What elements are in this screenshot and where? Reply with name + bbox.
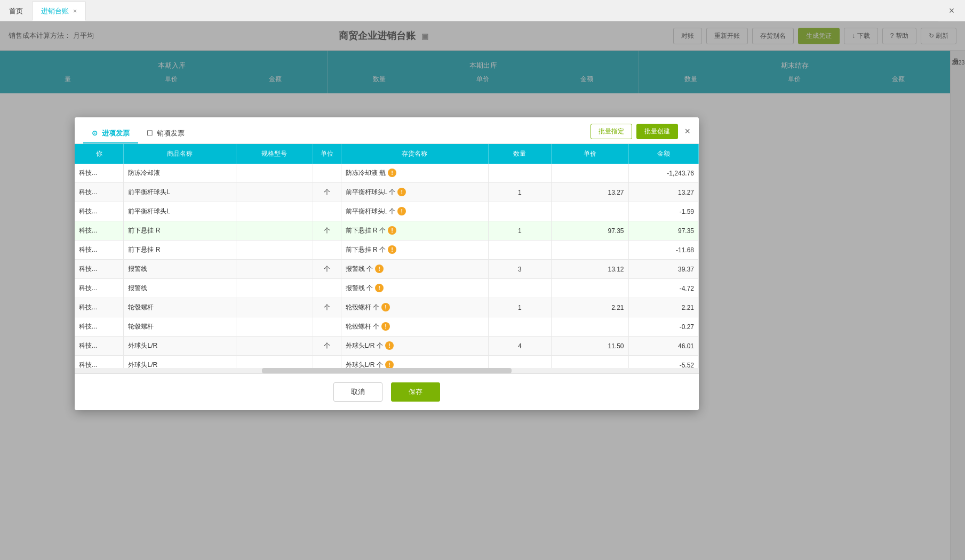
cell-unit: 个 (313, 260, 341, 279)
table-header-row: 你 商品名称 规格型号 单位 存货名称 数量 单价 金额 (75, 144, 699, 164)
modal-close-button[interactable]: × (684, 126, 690, 141)
table-row[interactable]: 科技... 外球头L/R 个 外球头L/R 个! 4 11.50 46.01 (75, 337, 699, 356)
window-close-button[interactable]: × (938, 0, 965, 21)
cell-id: 科技... (75, 298, 124, 317)
cell-qty (488, 202, 551, 221)
col-header-unit: 单位 (313, 144, 341, 164)
cancel-button[interactable]: 取消 (333, 382, 382, 402)
modal-table-wrapper[interactable]: 你 商品名称 规格型号 单位 存货名称 数量 单价 金额 科技... 防冻冷却液… (75, 144, 699, 368)
cell-spec (236, 317, 313, 337)
cell-unit (313, 164, 341, 183)
cell-spec (236, 183, 313, 202)
col-header-spec: 规格型号 (236, 144, 313, 164)
cell-inventory: 报警线 个! (341, 279, 488, 298)
batch-assign-button[interactable]: 批量指定 (591, 124, 632, 139)
tab-home[interactable]: 首页 (0, 2, 32, 21)
cell-name: 外球头L/R (124, 356, 236, 369)
cell-id: 科技... (75, 356, 124, 369)
col-header-name: 商品名称 (124, 144, 236, 164)
col-header-id: 你 (75, 144, 124, 164)
cell-price: 97.35 (551, 221, 628, 241)
cell-qty: 3 (488, 260, 551, 279)
modal-header: ⊙ 进项发票 ☐ 销项发票 批量指定 批量创建 × (75, 117, 699, 144)
cell-unit (313, 241, 341, 260)
cell-qty: 1 (488, 183, 551, 202)
cell-spec (236, 298, 313, 317)
cell-inventory: 前平衡杆球头L 个! (341, 183, 488, 202)
cell-id: 科技... (75, 260, 124, 279)
table-row[interactable]: 科技... 外球头L/R 外球头L/R 个! -5.52 (75, 356, 699, 369)
cell-price: 2.21 (551, 298, 628, 317)
warning-icon: ! (375, 265, 384, 273)
cell-price (551, 279, 628, 298)
warning-icon: ! (388, 245, 396, 254)
tab-close-icon[interactable]: × (73, 7, 77, 15)
cell-unit (313, 202, 341, 221)
warning-icon: ! (385, 341, 394, 350)
cell-price (551, 241, 628, 260)
table-row[interactable]: 科技... 轮毂螺杆 轮毂螺杆 个! -0.27 (75, 317, 699, 337)
tab-ledger-label: 进销台账 (41, 7, 69, 15)
cell-qty (488, 356, 551, 369)
cell-price (551, 164, 628, 183)
cell-qty: 4 (488, 337, 551, 356)
table-row[interactable]: 科技... 前下悬挂 R 个 前下悬挂 R 个! 1 97.35 97.35 (75, 221, 699, 241)
cell-unit (313, 317, 341, 337)
cell-qty (488, 241, 551, 260)
tab-inbound-invoice[interactable]: ⊙ 进项发票 (83, 124, 138, 143)
tab-ledger[interactable]: 进销台账 × (32, 2, 86, 21)
warning-icon: ! (375, 284, 384, 292)
cell-spec (236, 202, 313, 221)
cell-inventory: 前下悬挂 R 个! (341, 221, 488, 241)
cell-name: 前下悬挂 R (124, 221, 236, 241)
table-row[interactable]: 科技... 前下悬挂 R 前下悬挂 R 个! -11.68 (75, 241, 699, 260)
cell-qty: 1 (488, 221, 551, 241)
cell-inventory: 轮毂螺杆 个! (341, 298, 488, 317)
outbound-tab-label: 销项发票 (157, 129, 185, 137)
cell-inventory: 外球头L/R 个! (341, 337, 488, 356)
col-header-qty: 数量 (488, 144, 551, 164)
cell-id: 科技... (75, 317, 124, 337)
warning-icon: ! (381, 303, 390, 311)
table-row[interactable]: 科技... 轮毂螺杆 个 轮毂螺杆 个! 1 2.21 2.21 (75, 298, 699, 317)
cell-spec (236, 164, 313, 183)
horizontal-scrollbar[interactable] (75, 368, 699, 373)
cell-amount: 39.37 (628, 260, 699, 279)
cell-inventory: 外球头L/R 个! (341, 356, 488, 369)
cell-name: 外球头L/R (124, 337, 236, 356)
cell-name: 轮毂螺杆 (124, 317, 236, 337)
table-row[interactable]: 科技... 报警线 报警线 个! -4.72 (75, 279, 699, 298)
cell-unit: 个 (313, 221, 341, 241)
batch-create-button[interactable]: 批量创建 (636, 124, 678, 139)
tab-outbound-invoice[interactable]: ☐ 销项发票 (138, 124, 194, 143)
outbound-tab-icon: ☐ (147, 129, 153, 137)
table-row[interactable]: 科技... 前平衡杆球头L 个 前平衡杆球头L 个! 1 13.27 13.27 (75, 183, 699, 202)
cell-id: 科技... (75, 337, 124, 356)
cell-price: 11.50 (551, 337, 628, 356)
warning-icon: ! (388, 169, 396, 177)
table-row[interactable]: 科技... 防冻冷却液 防冻冷却液 瓶! -1,243.76 (75, 164, 699, 183)
save-button[interactable]: 保存 (391, 382, 440, 402)
cell-name: 前平衡杆球头L (124, 202, 236, 221)
cell-amount: -4.72 (628, 279, 699, 298)
table-row[interactable]: 科技... 报警线 个 报警线 个! 3 13.12 39.37 (75, 260, 699, 279)
cell-unit: 个 (313, 337, 341, 356)
cell-price: 13.27 (551, 183, 628, 202)
cell-amount: -1,243.76 (628, 164, 699, 183)
cell-name: 报警线 (124, 260, 236, 279)
cell-inventory: 轮毂螺杆 个! (341, 317, 488, 337)
cell-qty: 1 (488, 298, 551, 317)
modal-footer: 取消 保存 (75, 373, 699, 410)
cell-id: 科技... (75, 202, 124, 221)
modal-actions: 批量指定 批量创建 (591, 124, 678, 143)
cell-amount: -11.68 (628, 241, 699, 260)
cell-spec (236, 221, 313, 241)
table-row[interactable]: 科技... 前平衡杆球头L 前平衡杆球头L 个! -1.59 (75, 202, 699, 221)
cell-name: 防冻冷却液 (124, 164, 236, 183)
cell-id: 科技... (75, 164, 124, 183)
cell-price (551, 202, 628, 221)
col-header-inventory: 存货名称 (341, 144, 488, 164)
cell-spec (236, 260, 313, 279)
cell-price (551, 317, 628, 337)
cell-amount: 46.01 (628, 337, 699, 356)
